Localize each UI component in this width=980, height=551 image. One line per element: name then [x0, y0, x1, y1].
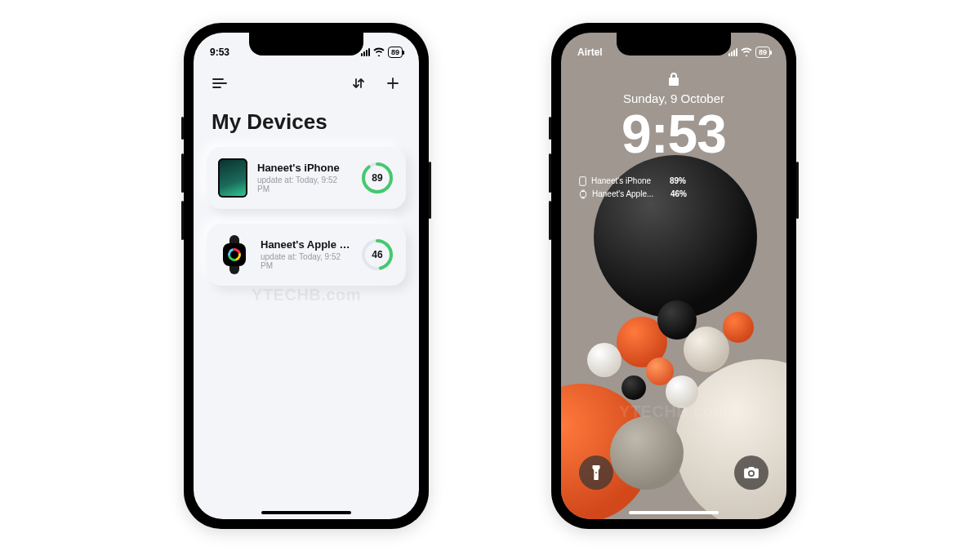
svg-rect-7 — [581, 197, 585, 198]
carrier-label: Airtel — [577, 47, 603, 58]
widget-row: Haneet's Apple... 46% — [579, 189, 687, 199]
svg-rect-5 — [581, 191, 586, 197]
device-list: Haneet's iPhone update at: Today, 9:52 P… — [207, 147, 406, 286]
iphone-thumb-icon — [218, 158, 247, 198]
menu-icon — [212, 78, 227, 89]
battery-ring: 46 — [360, 238, 394, 272]
watch-thumb-icon — [218, 235, 251, 274]
cellular-icon — [728, 48, 737, 56]
svg-rect-6 — [581, 189, 585, 191]
home-indicator[interactable] — [261, 511, 351, 514]
flashlight-icon — [590, 464, 603, 481]
watermark: YTECHB.com — [194, 286, 419, 304]
camera-icon — [743, 466, 760, 479]
wifi-icon — [373, 47, 385, 56]
battery-icon: 89 — [388, 47, 403, 58]
menu-button[interactable] — [210, 73, 229, 93]
phone-right: Airtel 89 Sunday, 9 October 9:53 Haneet'… — [551, 23, 796, 529]
device-updated: update at: Today, 9:52 PM — [261, 252, 350, 270]
notch — [249, 33, 363, 56]
camera-button[interactable] — [734, 455, 768, 490]
battery-widget[interactable]: Haneet's iPhone 89% Haneet's Apple... 46… — [579, 176, 687, 199]
status-right: 89 — [728, 47, 770, 58]
status-right: 89 — [361, 47, 403, 58]
watermark: YTECHB.com — [561, 402, 786, 421]
device-name: Haneet's Apple Wat... — [261, 238, 350, 251]
device-card-watch[interactable]: Haneet's Apple Wat... update at: Today, … — [207, 224, 406, 286]
battery-ring: 89 — [360, 161, 394, 195]
phone-left: 9:53 89 My Devices — [184, 23, 429, 529]
status-time: 9:53 — [210, 47, 229, 58]
add-button[interactable] — [383, 73, 403, 93]
watch-outline-icon — [579, 189, 587, 199]
page-title: My Devices — [212, 109, 327, 135]
wifi-icon — [741, 47, 752, 56]
app-toolbar — [194, 73, 419, 93]
device-name: Haneet's iPhone — [257, 162, 350, 174]
home-indicator[interactable] — [629, 511, 719, 514]
lock-time: 9:53 — [561, 103, 786, 165]
device-card-iphone[interactable]: Haneet's iPhone update at: Today, 9:52 P… — [207, 147, 406, 209]
sort-button[interactable] — [349, 73, 368, 93]
lock-screen: Airtel 89 Sunday, 9 October 9:53 Haneet'… — [561, 33, 786, 519]
phone-outline-icon — [579, 176, 586, 186]
lock-icon — [668, 72, 679, 87]
flashlight-button[interactable] — [579, 455, 613, 490]
sort-icon — [352, 77, 365, 90]
widget-row: Haneet's iPhone 89% — [579, 176, 687, 186]
cellular-icon — [361, 48, 370, 56]
device-updated: update at: Today, 9:52 PM — [257, 176, 350, 193]
svg-rect-4 — [580, 176, 586, 185]
plus-icon — [386, 77, 399, 90]
battery-icon: 89 — [755, 47, 770, 58]
app-screen: 9:53 89 My Devices — [194, 33, 419, 519]
notch — [617, 33, 731, 56]
